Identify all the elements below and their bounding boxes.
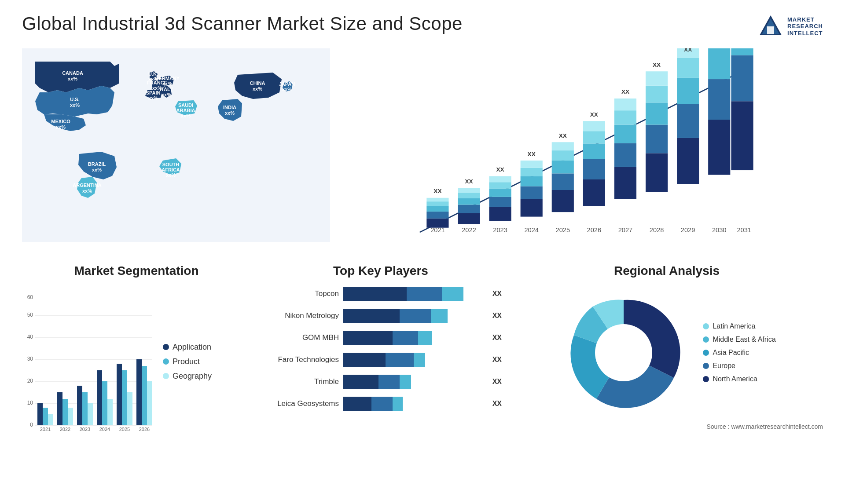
svg-rect-140 [147,381,152,425]
svg-text:2031: 2031 [737,226,751,234]
svg-text:XX: XX [590,111,598,118]
svg-rect-77 [614,110,636,124]
player-name-faro: Faro Technologies [260,355,339,364]
svg-rect-62 [552,190,574,212]
svg-rect-131 [88,403,93,425]
svg-rect-130 [82,392,88,425]
svg-rect-86 [677,138,699,184]
svg-rect-65 [552,150,574,161]
svg-text:2021: 2021 [40,427,51,432]
svg-text:50: 50 [27,312,33,318]
source-text: Source : www.marketresearchintellect.com [511,423,823,430]
svg-rect-125 [48,414,53,425]
svg-rect-127 [62,399,68,425]
svg-text:xx%: xx% [282,87,292,92]
segmentation-title: Market Segmentation [22,264,251,278]
svg-text:CHINA: CHINA [250,80,265,86]
regional-legend: Latin America Middle East & Africa Asia … [703,322,775,383]
svg-rect-93 [708,79,730,120]
legend-dot-application [163,344,169,350]
svg-rect-74 [614,167,636,199]
svg-rect-139 [142,366,147,425]
svg-rect-72 [583,121,605,131]
svg-rect-98 [731,48,753,55]
player-xx-leica: XX [492,400,502,408]
reg-dot-latin [703,323,709,329]
player-row-faro: Faro Technologies XX [260,353,502,367]
svg-rect-81 [646,125,668,153]
svg-text:30: 30 [27,356,33,362]
svg-rect-94 [708,48,730,79]
svg-text:MEXICO: MEXICO [51,119,70,124]
segmentation-area: Market Segmentation 0 10 20 30 40 50 60 [22,264,251,475]
player-name-nikon: Nikon Metrology [260,311,339,320]
top-section: CANADA xx% U.S. xx% MEXICO xx% BRAZIL xx… [22,48,823,251]
svg-rect-80 [646,153,668,192]
svg-text:xx%: xx% [253,86,262,91]
player-bar-faro [343,353,485,367]
svg-text:xx%: xx% [92,167,102,172]
growth-bar-chart: XX XX XX XX [348,48,823,251]
svg-text:2028: 2028 [650,226,664,234]
svg-rect-137 [127,392,132,425]
svg-text:2025: 2025 [555,226,570,234]
svg-text:SAUDI: SAUDI [178,102,193,108]
svg-rect-133 [102,381,107,425]
reg-dot-mea [703,336,709,343]
legend-label-geography: Geography [173,372,212,381]
legend-label-application: Application [173,343,211,352]
svg-text:CANADA: CANADA [62,70,83,76]
svg-rect-46 [458,198,480,205]
svg-rect-40 [426,206,448,212]
player-xx-faro: XX [492,356,502,364]
player-bar-nikon [343,309,485,323]
svg-point-147 [595,324,652,381]
svg-text:2021: 2021 [430,226,445,234]
player-xx-gom: XX [492,334,502,342]
map-area: CANADA xx% U.S. xx% MEXICO xx% BRAZIL xx… [22,48,330,251]
svg-rect-126 [57,392,62,425]
player-name-gom: GOM MBH [260,333,339,342]
reg-legend-mea: Middle East & Africa [703,336,775,343]
svg-rect-56 [521,199,543,217]
seg-legend: Application Product Geography [163,343,212,381]
svg-text:INDIA: INDIA [223,105,236,110]
svg-rect-47 [458,193,480,198]
svg-rect-58 [521,176,543,186]
svg-rect-64 [552,161,574,173]
svg-text:20: 20 [27,378,33,384]
svg-rect-87 [677,104,699,138]
svg-text:xx%: xx% [162,92,171,97]
page-container: Global Industrial 3d Scanner Market Size… [0,0,845,504]
player-row-trimble: Trimble XX [260,375,502,389]
svg-rect-57 [521,186,543,199]
world-map-svg: CANADA xx% U.S. xx% MEXICO xx% BRAZIL xx… [22,48,330,242]
svg-rect-123 [37,403,43,425]
svg-text:0: 0 [30,422,33,428]
reg-legend-asia: Asia Pacific [703,349,775,357]
svg-rect-39 [426,212,448,219]
svg-rect-44 [458,213,480,224]
svg-text:ARABIA: ARABIA [176,108,195,113]
svg-rect-135 [117,364,122,425]
svg-text:xx%: xx% [166,172,176,178]
svg-text:XX: XX [528,151,536,157]
svg-rect-71 [583,131,605,143]
svg-rect-88 [677,78,699,104]
svg-rect-50 [489,207,511,221]
svg-text:xx%: xx% [148,95,158,101]
reg-label-na: North America [713,375,757,383]
reg-legend-europe: Europe [703,362,775,370]
svg-rect-59 [521,168,543,176]
svg-rect-52 [489,189,511,197]
player-bar-trimble [343,375,485,389]
legend-item-application: Application [163,343,212,352]
reg-dot-europe [703,363,709,369]
svg-text:XX: XX [559,132,567,139]
svg-rect-42 [426,198,448,201]
svg-text:10: 10 [27,400,33,406]
growth-chart-area: XX XX XX XX [348,48,823,251]
svg-text:ARGENTINA: ARGENTINA [73,183,101,188]
players-list: Topcon XX Nikon Metrology XX [260,287,502,411]
svg-rect-134 [107,399,113,425]
